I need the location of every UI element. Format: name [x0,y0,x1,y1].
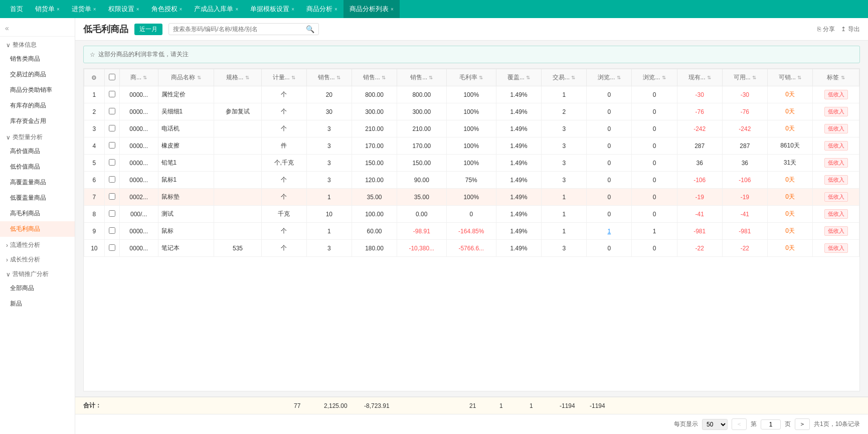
row-current: -30 [677,86,722,103]
search-icon[interactable]: 🔍 [306,25,314,33]
page-number-input[interactable] [761,419,781,429]
prev-page-btn[interactable]: ＜ [732,418,747,430]
sidebar-item-stock-capital[interactable]: 库存资金占用 [0,113,75,129]
col-sale-cost[interactable]: 销售... ⇅ [397,69,446,86]
sidebar-item-low-coverage[interactable]: 低覆盖量商品 [0,190,75,206]
row-checkbox[interactable] [104,172,119,189]
nav-close-icon[interactable]: × [93,7,96,12]
row-checkbox[interactable] [104,189,119,206]
row-browse1[interactable]: 1 [587,223,632,240]
col-settings[interactable]: ⚙ [84,69,105,86]
sidebar-group-growth[interactable]: › 成长性分析 [0,251,75,266]
sidebar-item-new-goods[interactable]: 新品 [0,296,75,312]
row-unit: 个 [261,189,306,206]
nav-purchase[interactable]: 进货单 × [66,0,102,18]
nav-close-icon[interactable]: × [391,7,394,12]
nav-permission[interactable]: 权限设置 × [102,0,145,18]
export-btn[interactable]: ↥ 导出 [841,25,860,34]
col-code[interactable]: 商... ⇅ [119,69,158,86]
row-checkbox[interactable] [104,223,119,240]
sidebar-item-low-value[interactable]: 低价值商品 [0,159,75,175]
nav-role[interactable]: 角色授权 × [145,0,189,18]
nav-analysis-list[interactable]: 商品分析列表 × [343,0,400,18]
nav-close-icon[interactable]: × [235,7,238,12]
page-size-select[interactable]: 50 100 200 [702,419,728,430]
row-sale-cost: -98.91 [397,223,446,240]
row-code: 0002... [119,189,158,206]
search-input[interactable] [173,26,304,33]
table-row: 10 0000... 笔记本 535 个 3 180.00 -10,380...… [84,240,859,257]
col-browse1[interactable]: 浏览... ⇅ [587,69,632,86]
col-sale-price[interactable]: 销售... ⇅ [352,69,397,86]
nav-close-icon[interactable]: × [334,7,337,12]
col-spec[interactable]: 规格... ⇅ [214,69,261,86]
next-page-btn[interactable]: ＞ [795,418,810,430]
col-gross-rate[interactable]: 毛利率 ⇅ [446,69,496,86]
sidebar-item-category-rate[interactable]: 商品分类助销率 [0,82,75,98]
row-checkbox[interactable] [104,155,119,172]
row-trade-count: 1 [542,189,587,206]
totals-label: 合计： [83,401,123,410]
sidebar-item-high-margin[interactable]: 高毛利商品 [0,206,75,221]
row-gross-rate: 100% [446,137,496,155]
share-btn[interactable]: ⎘ 分享 [817,25,835,34]
row-sale-cost: 210.00 [397,120,446,137]
totals-browse2: 1 [530,402,560,409]
nav-sales[interactable]: 销货单 × [29,0,66,18]
row-sale-qty: 3 [306,137,352,155]
row-checkbox[interactable] [104,120,119,137]
row-salable: 0天 [767,223,812,240]
row-checkbox[interactable] [104,86,119,103]
sidebar-collapse-btn[interactable]: « [3,22,11,34]
nav-close-icon[interactable]: × [291,7,294,12]
row-name: 测试 [158,206,214,223]
row-avail: -19 [722,189,767,206]
row-browse1: 0 [587,206,632,223]
row-current: -19 [677,189,722,206]
nav-close-icon[interactable]: × [57,7,60,12]
row-checkbox[interactable] [104,206,119,223]
row-checkbox[interactable] [104,103,119,120]
col-sale-qty[interactable]: 销售... ⇅ [306,69,352,86]
col-trade-count[interactable]: 交易... ⇅ [542,69,587,86]
col-unit[interactable]: 计量... ⇅ [261,69,306,86]
sidebar-item-traded-goods[interactable]: 交易过的商品 [0,67,75,82]
sidebar-item-low-margin[interactable]: 低毛利商品 [0,221,75,237]
nav-close-icon[interactable]: × [136,7,139,12]
sidebar-item-high-coverage[interactable]: 高覆盖量商品 [0,175,75,190]
row-code: 0000... [119,120,158,137]
totals-trade-count: 21 [469,402,499,409]
row-avail: 287 [722,137,767,155]
sidebar-item-in-stock[interactable]: 有库存的商品 [0,98,75,113]
col-current[interactable]: 现有... ⇅ [677,69,722,86]
nav-product-in[interactable]: 产成品入库单 × [188,0,244,18]
sidebar-group-flow[interactable]: › 流通性分析 [0,237,75,251]
row-code: 0000... [119,223,158,240]
filter-month-btn[interactable]: 近一月 [134,24,162,35]
search-box: 🔍 [168,23,319,35]
col-salable[interactable]: 可销... ⇅ [767,69,812,86]
row-browse1: 0 [587,103,632,120]
nav-close-icon[interactable]: × [180,7,183,12]
select-all-checkbox[interactable] [109,74,115,80]
sidebar-item-all-goods[interactable]: 全部商品 [0,280,75,296]
row-tag: 低收入 [813,155,859,172]
totals-current: -1194 [560,402,590,409]
col-checkbox[interactable] [104,69,119,86]
col-tag[interactable]: 标签 ⇅ [813,69,859,86]
nav-analysis[interactable]: 商品分析 × [300,0,343,18]
sidebar-item-high-value[interactable]: 高价值商品 [0,143,75,159]
row-checkbox[interactable] [104,137,119,155]
col-cover-rate[interactable]: 覆盖... ⇅ [496,69,542,86]
nav-home[interactable]: 首页 [4,0,29,18]
nav-template[interactable]: 单据模板设置 × [244,0,300,18]
row-browse2: 0 [632,172,677,189]
row-trade-count: 3 [542,240,587,257]
sidebar-item-sales-goods[interactable]: 销售类商品 [0,51,75,67]
col-avail[interactable]: 可用... ⇅ [722,69,767,86]
row-unit: 个 [261,240,306,257]
row-checkbox[interactable] [104,240,119,257]
col-browse2[interactable]: 浏览... ⇅ [632,69,677,86]
row-num: 6 [84,172,105,189]
col-name[interactable]: 商品名称 ⇅ [158,69,214,86]
